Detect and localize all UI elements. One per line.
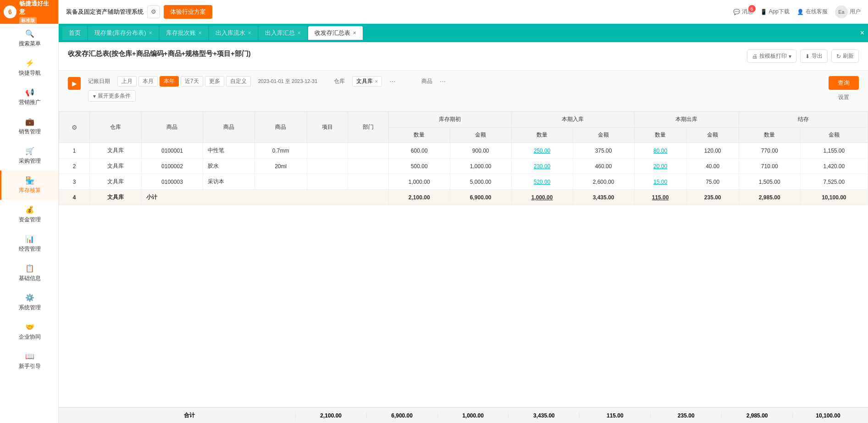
date-btn-7days[interactable]: 近7天 [181,76,203,87]
search-icon: 🔍 [25,29,34,38]
row-warehouse: 文具库 [90,174,142,190]
warehouse-more-icon[interactable]: ··· [389,77,395,86]
filter-toggle-button[interactable]: ▶ [68,77,81,90]
footer-close-amt: 10,100.00 [793,412,863,419]
in-qty-link[interactable]: 230.00 [534,163,551,170]
date-label: 记账日期 [88,77,110,85]
row-spec: 0.7mm [254,143,307,159]
purchase-icon: 🛒 [25,147,34,155]
set-button[interactable]: 设置 [836,92,851,103]
sidebar-item-label: 采购管理 [19,157,41,165]
sidebar-item-inventory[interactable]: 🏪 库存核算 [0,170,58,200]
date-btn-this-month[interactable]: 本月 [138,76,158,87]
in-qty-link[interactable]: 250.00 [534,148,551,154]
sidebar-item-quicknav[interactable]: ⚡ 快捷导航 [0,53,58,82]
page-actions: 🖨 按模板打印 ▾ ⬇ 导出 ↻ 刷新 [747,49,859,63]
subtotal-in-amt: 3,435.00 [573,190,634,205]
online-service-button[interactable]: 👤 在线客服 [797,8,828,16]
subtotal-no: 4 [59,190,90,205]
subtotal-in-qty-link[interactable]: 1,000.00 [531,194,553,201]
query-button[interactable]: 查询 [829,76,859,90]
row-close-qty: 710.00 [739,159,800,174]
tab-inventory-distribution[interactable]: 现存量(库存分布表) × [88,26,159,40]
row-name: 中性笔 [203,143,254,159]
out-qty-link[interactable]: 80.00 [653,148,667,154]
table-row: 1 文具库 0100001 中性笔 0.7mm 600.00 900.00 25… [59,143,868,159]
out-qty-header: 数量 [634,127,686,143]
sidebar-item-purchase[interactable]: 🛒 采购管理 [0,141,58,170]
user-button[interactable]: Ea 用户 [835,5,861,18]
expand-conditions-button[interactable]: ▾ 展开更多条件 [88,90,136,102]
sidebar-item-guide[interactable]: 📖 新手引导 [0,346,58,376]
out-qty-link[interactable]: 15.00 [653,179,667,185]
project-col-header: 项目 [307,112,348,143]
tab-close-icon[interactable]: × [199,30,202,36]
subtotal-out-qty-link[interactable]: 115.00 [652,194,669,201]
sidebar-item-label: 库存核算 [19,187,41,194]
app-download-button[interactable]: 📱 App下载 [760,8,790,16]
date-btn-this-year[interactable]: 本年 [160,76,179,87]
tab-receipt-summary[interactable]: 收发存汇总表 × [308,26,363,40]
out-qty-link[interactable]: 20.00 [653,163,667,170]
phone-icon: 📱 [760,9,767,15]
sidebar-item-collaboration[interactable]: 🤝 企业协同 [0,317,58,346]
sidebar-item-basicinfo[interactable]: 📋 基础信息 [0,258,58,288]
gear-icon[interactable]: ⚙ [72,124,77,131]
guide-icon: 📖 [25,352,34,361]
row-in-qty: 250.00 [511,143,573,159]
tab-close-icon[interactable]: × [353,30,356,36]
row-code: 0100001 [141,143,203,159]
tab-close-icon[interactable]: × [298,30,301,36]
sidebar-item-system[interactable]: ⚙️ 系统管理 [0,288,58,317]
logo-text: 畅捷通好生意 标准版 [19,0,55,24]
tab-bar-close-button[interactable]: × [860,29,864,37]
expand-icon: ▾ [93,93,96,99]
goods-more-icon[interactable]: ··· [440,77,446,86]
row-spec: 20ml [254,159,307,174]
tab-label: 现存量(库存分布表) [94,29,146,37]
message-button[interactable]: 💬 消息 6 [733,8,753,16]
filter-bar: ▶ 记账日期 上月 本月 本年 近7天 更多 自定义 2023-01-01 至 … [59,71,868,111]
date-btn-more[interactable]: 更多 [205,76,224,87]
sidebar-item-sales[interactable]: 💼 销售管理 [0,112,58,141]
date-btn-custom[interactable]: 自定义 [226,76,251,87]
warehouse-tag-close[interactable]: × [375,78,378,85]
sidebar-item-finance[interactable]: 💰 资金管理 [0,200,58,229]
row-code: 0100003 [141,174,203,190]
row-out-amt: 40.00 [686,159,739,174]
sidebar-item-label: 资金管理 [19,216,41,224]
template-print-button[interactable]: 🖨 按模板打印 ▾ [747,49,796,63]
trial-button[interactable]: 体验行业方案 [164,5,212,19]
row-spec [254,174,307,190]
sidebar-item-marketing[interactable]: 📢 营销推广 [0,82,58,112]
tab-label: 出入库汇总 [265,29,295,37]
footer-in-qty: 1,000.00 [438,412,509,419]
row-close-amt: 1,155.00 [800,143,868,159]
row-in-qty: 230.00 [511,159,573,174]
tab-inout-flow[interactable]: 出入库流水 × [209,26,258,40]
sidebar-item-management[interactable]: 📊 经营管理 [0,229,58,258]
tab-batch-account[interactable]: 库存批次账 × [160,26,208,40]
footer-out-qty: 115.00 [580,412,651,419]
basicinfo-icon: 📋 [25,264,34,273]
in-qty-link[interactable]: 520.00 [534,179,551,185]
sidebar-item-label: 经营管理 [19,245,41,253]
subtotal-close-qty: 2,985.00 [739,190,800,205]
row-out-qty: 15.00 [634,174,686,190]
opening-col-header: 库存期初 [388,112,511,127]
export-button[interactable]: ⬇ 导出 [800,49,828,63]
print-icon: 🖨 [752,53,757,60]
tab-close-icon[interactable]: × [248,30,251,36]
row-out-qty: 20.00 [634,159,686,174]
tab-home[interactable]: 首页 [62,26,87,40]
settings-button[interactable]: ⚙ [147,5,160,18]
refresh-button[interactable]: ↻ 刷新 [831,49,859,63]
row-dept [348,159,388,174]
table-footer: 合计 2,100.00 6,900.00 1,000.00 3,435.00 1… [59,407,868,423]
date-btn-last-month[interactable]: 上月 [117,76,137,87]
row-name: 采访本 [203,174,254,190]
tab-inout-summary[interactable]: 出入库汇总 × [259,26,307,40]
open-qty-header: 数量 [388,127,450,143]
tab-close-icon[interactable]: × [149,30,152,36]
sidebar-item-search[interactable]: 🔍 搜索菜单 [0,24,58,53]
